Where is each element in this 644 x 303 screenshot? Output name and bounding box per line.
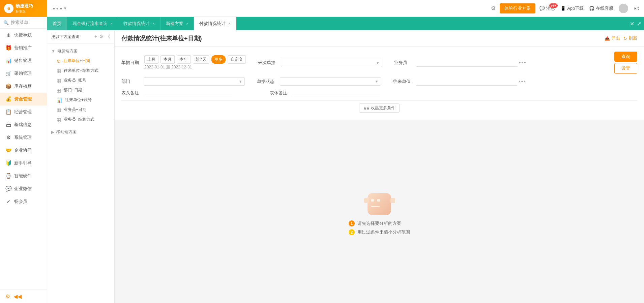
date-range-display: 2022-01-01 至 2022-12-31 xyxy=(144,64,246,70)
mobile-group-header[interactable]: ▶ 移动端方案 xyxy=(47,127,114,137)
message-button[interactable]: 💬 消息 99+ xyxy=(539,5,555,11)
sidebar-item-operation[interactable]: 📋 经营管理 xyxy=(0,105,47,118)
source-select[interactable]: ▾ xyxy=(281,59,382,67)
sidebar-item-wechat[interactable]: 💬 企业微信 xyxy=(0,182,47,195)
voucher-status-select[interactable]: ▾ xyxy=(280,77,381,86)
sidebar-item-quick-nav[interactable]: ⊕ 快捷导航 xyxy=(0,29,47,41)
scheme-item-staff-settle[interactable]: ▦ 业务员+结算方式 xyxy=(47,115,114,124)
hint-text-2: 用过滤条件来缩小分析范围 xyxy=(357,229,410,235)
scheme-collapse-icon[interactable]: 《 xyxy=(106,34,110,40)
last-month-btn[interactable]: 上月 xyxy=(144,55,158,64)
this-year-btn[interactable]: 本年 xyxy=(177,55,191,64)
voucher-status-label: 单据状态 xyxy=(257,79,274,85)
tab-actions: ✕ ⤢ xyxy=(627,17,644,30)
right-content: 付款情况统计(往来单位+日期) 📤 导出 ↻ 刷新 单据日期 xyxy=(115,30,644,303)
partner-input[interactable] xyxy=(416,78,517,86)
staff-input[interactable] xyxy=(416,59,518,67)
sidebar-item-finance[interactable]: 💰 资金管理 xyxy=(0,93,47,105)
tab-new-scheme-close-icon[interactable]: × xyxy=(186,22,188,26)
logo-icon: 6 xyxy=(4,4,13,13)
online-service-button[interactable]: 🎧 在线客服 xyxy=(589,5,613,11)
scheme-settings-icon[interactable]: ⚙ xyxy=(99,34,104,40)
trial-industry-button[interactable]: 体验行业方案 xyxy=(500,3,535,13)
sidebar-item-label: 新手引导 xyxy=(14,160,32,166)
user-avatar[interactable] xyxy=(619,4,628,13)
sidebar-item-marketing[interactable]: 🎁 营销推广 xyxy=(0,41,47,54)
scheme-item-staff-date[interactable]: ▦ 业务员+日期 xyxy=(47,105,114,115)
scheme-item-staff-account[interactable]: ▦ 业务员+账号 xyxy=(47,75,114,85)
page-header-actions: 📤 导出 ↻ 刷新 xyxy=(605,35,637,41)
page-header: 付款情况统计(往来单位+日期) 📤 导出 ↻ 刷新 xyxy=(115,30,644,47)
export-button[interactable]: 📤 导出 xyxy=(605,35,620,41)
tab-payment-close-icon[interactable]: × xyxy=(228,22,230,26)
sidebar-item-basic[interactable]: 🗃 基础信息 xyxy=(0,118,47,131)
last-7days-btn[interactable]: 近7天 xyxy=(193,55,209,64)
scheme-item-partner-settle[interactable]: ▦ 往来单位+结算方式 xyxy=(47,66,114,75)
sidebar-item-label: 库存核算 xyxy=(14,83,32,89)
maximize-tab-icon[interactable]: ⤢ xyxy=(637,21,641,27)
set-button[interactable]: 设置 xyxy=(614,63,637,74)
sidebar-item-purchase[interactable]: 🛒 采购管理 xyxy=(0,67,47,80)
app-download-button[interactable]: 📱 App下载 xyxy=(560,5,584,11)
tab-bank-flow[interactable]: 现金银行流水查询 × xyxy=(67,17,118,30)
partner-dots-icon[interactable]: ••• xyxy=(519,79,526,85)
group-expand-icon: ▼ xyxy=(51,49,55,54)
body-note-input[interactable] xyxy=(293,89,380,97)
guide-icon: 🔰 xyxy=(5,160,11,166)
scheme-item-partner-account[interactable]: 📊 往来单位+账号 xyxy=(47,95,114,105)
message-icon: 💬 xyxy=(539,6,545,11)
sidebar-item-hardware[interactable]: ⌚ 智能硬件 xyxy=(0,170,47,182)
refresh-button[interactable]: ↻ 刷新 xyxy=(623,35,637,41)
tab-payment-stats-label: 付款情况统计 xyxy=(199,21,226,27)
desktop-group-header[interactable]: ▼ 电脑端方案 xyxy=(47,46,114,56)
marketing-icon: 🎁 xyxy=(5,45,11,51)
tab-bank-flow-close-icon[interactable]: × xyxy=(110,22,112,26)
tab-receipt-stats[interactable]: 收款情况统计 × xyxy=(118,17,160,30)
empty-hint-2: 2 用过滤条件来缩小分析范围 xyxy=(349,229,410,235)
brand-name: 畅捷通巧 xyxy=(16,3,33,9)
collapse-sidebar-icon[interactable]: ◀◀ xyxy=(13,293,22,300)
scheme-icon: ▦ xyxy=(57,68,61,73)
sidebar-item-system[interactable]: ⚙ 系统管理 xyxy=(0,131,47,144)
sidebar-item-enterprise[interactable]: 🤝 企业协同 xyxy=(0,144,47,157)
tab-receipt-close-icon[interactable]: × xyxy=(152,22,154,26)
robot-mouth xyxy=(371,206,380,207)
this-month-btn[interactable]: 本月 xyxy=(160,55,175,64)
collapse-conditions-button[interactable]: ∧∧ 收起更多条件 xyxy=(359,103,400,113)
staff-filter-label: 业务员 xyxy=(394,60,411,66)
scheme-item-label: 业务员+日期 xyxy=(64,107,86,113)
header-note-input[interactable] xyxy=(144,89,232,97)
close-tab-icon[interactable]: ✕ xyxy=(630,21,634,27)
scheme-item-partner-date[interactable]: ⊙ 往来单位+日期 xyxy=(47,56,114,66)
sidebar-item-member[interactable]: ✓ 畅会员 xyxy=(0,195,47,208)
add-scheme-icon[interactable]: + xyxy=(94,34,97,40)
purchase-icon: 🛒 xyxy=(5,70,11,77)
sidebar-footer: ⚙ ◀◀ xyxy=(0,290,47,303)
dept-select[interactable]: ▾ xyxy=(144,77,245,86)
topbar-settings-icon[interactable]: ⚙ xyxy=(491,5,496,11)
enterprise-icon: 🤝 xyxy=(5,147,11,153)
sidebar-item-label: 畅会员 xyxy=(14,199,27,205)
tab-new-scheme[interactable]: 新建方案 × xyxy=(160,17,194,30)
sidebar-item-inventory[interactable]: 📦 库存核算 xyxy=(0,80,47,93)
sidebar-item-sales[interactable]: 📊 销售管理 xyxy=(0,54,47,67)
query-button[interactable]: 查询 xyxy=(614,52,637,62)
filter-row-1: 单据日期 上月 本月 本年 近7天 更多 自定义 2022-01-01 至 20… xyxy=(121,52,637,74)
tab-home[interactable]: 首页 xyxy=(47,17,67,30)
staff-filter-group: ••• xyxy=(416,59,609,67)
search-menu[interactable]: 🔍 搜索菜单 xyxy=(0,17,47,29)
settings-footer-icon[interactable]: ⚙ xyxy=(5,293,10,300)
data-area: 1 请先选择要分析的方案 2 用过滤条件来缩小分析范围 xyxy=(115,120,644,303)
more-dates-btn[interactable]: 更多 xyxy=(211,55,226,64)
staff-dots-icon[interactable]: ••• xyxy=(519,60,527,66)
sidebar-item-label: 资金管理 xyxy=(14,96,32,102)
tab-payment-stats[interactable]: 付款情况统计 × xyxy=(194,17,236,30)
body-note-label: 表体备注 xyxy=(270,90,287,96)
sidebar-item-guide[interactable]: 🔰 新手引导 xyxy=(0,157,47,170)
sidebar-item-label: 销售管理 xyxy=(14,58,32,64)
custom-date-btn[interactable]: 自定义 xyxy=(228,55,246,64)
scheme-item-dept-date[interactable]: ▦ 部门+日期 xyxy=(47,85,114,95)
scheme-item-label: 部门+日期 xyxy=(64,87,82,93)
tabbar: 首页 现金银行流水查询 × 收款情况统计 × 新建方案 × 付款情况统计 × ✕… xyxy=(47,17,644,30)
url-dropdown-icon[interactable]: ▾ xyxy=(64,6,66,11)
